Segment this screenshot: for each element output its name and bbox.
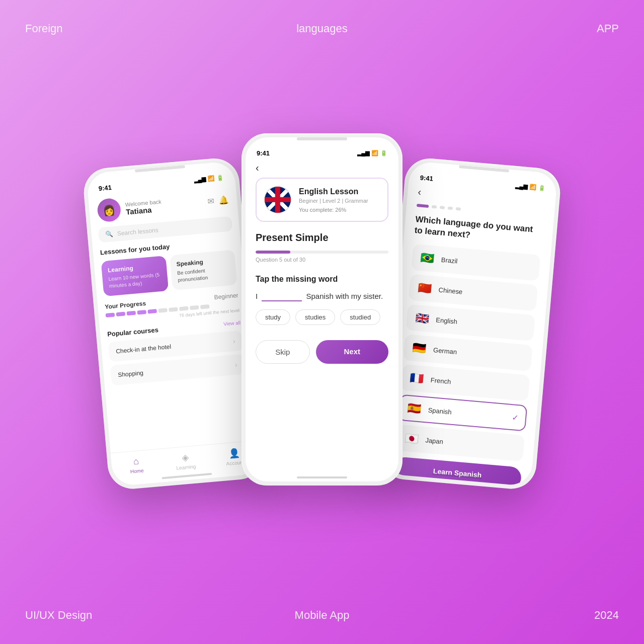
learning-icon: ◈ — [181, 452, 189, 463]
chevron-icon-1: › — [232, 337, 235, 345]
action-buttons: Skip Next — [256, 340, 388, 364]
progress-bar-10 — [200, 304, 210, 309]
phone-lesson: 9:41 ▂▄▆ 📶 🔋 ‹ English Lesson Beginer — [242, 133, 403, 486]
status-time-3: 9:41 — [420, 174, 433, 182]
lang-chinese-name: Chinese — [438, 286, 463, 295]
question-num: Question 5 out of 30 — [256, 257, 388, 263]
progress-bar-2 — [116, 312, 126, 317]
task-title: Tap the missing word — [256, 275, 388, 284]
progress-bar-1 — [106, 312, 115, 317]
skip-button[interactable]: Skip — [256, 340, 310, 364]
avatar: 👩 — [97, 198, 122, 223]
uk-flag — [264, 186, 292, 214]
option-study[interactable]: study — [256, 309, 290, 325]
flag-spanish: 🇪🇸 — [406, 400, 423, 418]
mail-icon[interactable]: ✉ — [207, 196, 214, 206]
battery-icon-2: 🔋 — [380, 150, 387, 156]
lang-spanish-name: Spanish — [428, 406, 452, 416]
chevron-icon-2: › — [234, 361, 237, 369]
nav-home-label: Home — [130, 468, 144, 474]
exercise-title: Present Simple — [256, 232, 388, 244]
battery-icon-3: 🔋 — [538, 185, 546, 192]
next-button[interactable]: Next — [316, 340, 388, 364]
popular-title: Popular courses — [107, 326, 159, 338]
back-button[interactable]: ‹ — [246, 160, 398, 178]
progress-fill — [256, 251, 290, 254]
progress-bar-6 — [158, 308, 168, 313]
search-placeholder: Search lessons — [117, 226, 158, 237]
signal-icon-2: ▂▄▆ — [357, 150, 369, 156]
blank-space — [262, 292, 302, 301]
nav-home[interactable]: ⌂ Home — [111, 454, 162, 476]
sentence-prefix: I — [256, 292, 258, 300]
learning-card[interactable]: Learning Learn 10 new words (5 minutes a… — [101, 256, 169, 296]
status-bar-2: 9:41 ▂▄▆ 📶 🔋 — [246, 142, 398, 160]
lesson-cards: Learning Learn 10 new words (5 minutes a… — [101, 250, 237, 296]
progress-bar-4 — [137, 310, 146, 315]
progress-level: Beginner — [214, 292, 238, 301]
lang-french-name: French — [430, 376, 451, 385]
account-icon: 👤 — [228, 447, 240, 459]
bottom-right-label: 2024 — [594, 609, 619, 622]
progress-bar-3 — [126, 311, 136, 316]
status-time-2: 9:41 — [257, 149, 270, 157]
progress-section: Your Progress Beginner 76 days left unti… — [105, 292, 240, 325]
battery-icon: 🔋 — [216, 174, 224, 181]
dot-3 — [440, 206, 445, 209]
word-options: study studies studied — [256, 309, 388, 325]
lesson-meta: Beginer | Level 2 | Grammar — [299, 198, 368, 204]
speaking-card[interactable]: Speaking Be confident pronunciation — [170, 250, 237, 290]
sentence-suffix: Spanish with my sister. — [306, 292, 383, 300]
course-1-label: Check-in at the hotel — [116, 343, 172, 355]
dot-1 — [417, 204, 429, 208]
progress-bar-wrap — [256, 251, 388, 254]
wifi-icon: 📶 — [208, 175, 215, 182]
home-icon: ⌂ — [133, 456, 139, 467]
view-all-link[interactable]: View all — [223, 320, 241, 327]
top-right-label: APP — [597, 22, 619, 35]
option-studied[interactable]: studied — [340, 309, 380, 325]
flag-french: 🇫🇷 — [408, 370, 426, 387]
learn-button[interactable]: Learn Spanish — [393, 456, 522, 487]
progress-bar-8 — [179, 306, 189, 311]
dot-5 — [456, 207, 461, 211]
home-indicator-2 — [297, 476, 347, 478]
status-icons-3: ▂▄▆ 📶 🔋 — [515, 183, 546, 192]
top-left-label: Foreign — [25, 22, 63, 35]
header-actions: ✉ 🔔 — [207, 195, 229, 206]
bell-icon[interactable]: 🔔 — [218, 195, 229, 205]
lang-english-name: English — [436, 316, 458, 326]
learning-card-desc: Learn 10 new words (5 minutes a day) — [108, 271, 162, 290]
progress-title: Your Progress — [105, 300, 146, 310]
nav-learning[interactable]: ◈ Learning — [160, 450, 211, 472]
flag-german: 🇩🇪 — [411, 340, 428, 357]
lesson-card: English Lesson Beginer | Level 2 | Gramm… — [256, 178, 388, 222]
lesson-title: English Lesson — [299, 187, 368, 196]
lesson-info: English Lesson Beginer | Level 2 | Gramm… — [299, 187, 368, 213]
status-icons-2: ▂▄▆ 📶 🔋 — [357, 150, 387, 156]
speaking-card-desc: Be confident pronunciation — [177, 265, 231, 284]
nav-learning-label: Learning — [176, 463, 196, 470]
lang-brazil-name: Brazil — [441, 256, 458, 265]
bottom-left-label: UI/UX Design — [25, 609, 92, 622]
bottom-nav: ⌂ Home ◈ Learning 👤 Account — [111, 440, 261, 487]
phones-area: 9:41 ▂▄▆ 📶 🔋 👩 Welcome back Tatiana ✉ 🔔 — [0, 55, 644, 594]
progress-bar-7 — [169, 307, 178, 312]
check-icon: ✓ — [511, 413, 519, 423]
phone-language-select: 9:41 ▂▄▆ 📶 🔋 ‹ Which language do you wan… — [379, 156, 562, 491]
lang-japan[interactable]: 🇯🇵 Japan — [395, 425, 525, 462]
sentence: I Spanish with my sister. — [256, 292, 388, 301]
progress-bar-9 — [190, 305, 199, 310]
search-icon: 🔍 — [105, 230, 113, 238]
phone-home: 9:41 ▂▄▆ 📶 🔋 👩 Welcome back Tatiana ✉ 🔔 — [82, 156, 266, 491]
status-icons-1: ▂▄▆ 📶 🔋 — [194, 174, 224, 183]
wifi-icon-3: 📶 — [529, 184, 537, 191]
top-center-label: languages — [296, 22, 348, 35]
lang-german-name: German — [433, 346, 457, 356]
wifi-icon-2: 📶 — [371, 150, 378, 156]
flag-japan: 🇯🇵 — [403, 430, 420, 448]
option-studies[interactable]: studies — [295, 309, 335, 325]
dot-2 — [432, 205, 437, 209]
flag-chinese: 🇨🇳 — [416, 280, 433, 297]
signal-icon: ▂▄▆ — [194, 176, 206, 184]
